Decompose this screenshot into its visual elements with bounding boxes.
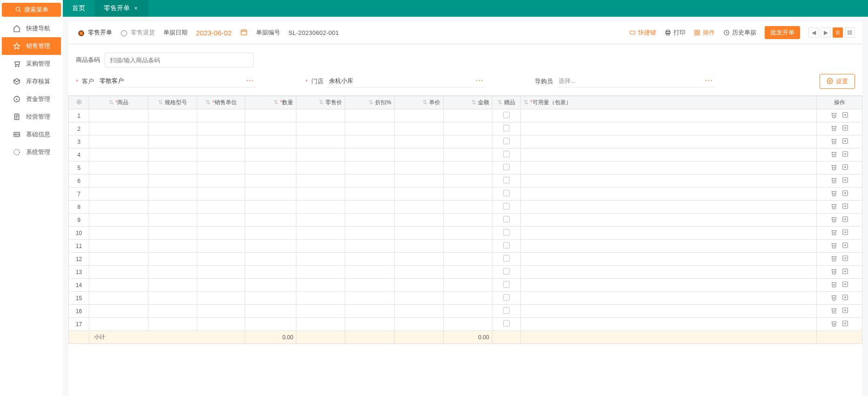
nav-item-3[interactable]: 库存核算 <box>2 73 61 90</box>
col-retail[interactable]: ⇅零售价 <box>296 96 345 109</box>
delete-icon[interactable] <box>831 165 837 172</box>
delete-icon[interactable] <box>831 322 837 328</box>
delete-icon[interactable] <box>831 191 837 198</box>
customer-more-icon[interactable]: ··· <box>246 77 254 84</box>
col-product[interactable]: ⇅*商品 <box>89 96 148 109</box>
nav-item-0[interactable]: 快捷导航 <box>2 20 61 37</box>
operate-action[interactable]: 操作 <box>694 28 715 37</box>
grid-view-button[interactable] <box>845 27 855 38</box>
add-row-icon[interactable] <box>842 230 848 237</box>
list-view-button[interactable] <box>833 27 843 38</box>
prev-button[interactable]: ◀ <box>808 27 819 38</box>
checkbox-icon[interactable] <box>503 320 510 327</box>
table-row[interactable]: 8 <box>69 201 862 214</box>
delete-icon[interactable] <box>831 139 837 146</box>
table-row[interactable]: 3 <box>69 135 862 148</box>
delete-icon[interactable] <box>831 178 837 185</box>
checkbox-icon[interactable] <box>503 190 510 196</box>
checkbox-icon[interactable] <box>503 138 510 144</box>
gift-cell[interactable] <box>492 109 520 122</box>
checkbox-icon[interactable] <box>503 203 510 209</box>
checkbox-icon[interactable] <box>503 242 510 248</box>
gift-cell[interactable] <box>492 266 520 279</box>
store-more-icon[interactable]: ··· <box>476 77 484 84</box>
delete-icon[interactable] <box>831 126 837 133</box>
barcode-input[interactable] <box>105 53 254 67</box>
gift-cell[interactable] <box>492 135 520 148</box>
add-row-icon[interactable] <box>842 113 848 120</box>
checkbox-icon[interactable] <box>503 229 510 235</box>
col-qty[interactable]: ⇅*数量 <box>245 96 296 109</box>
add-row-icon[interactable] <box>842 309 848 315</box>
table-row[interactable]: 12 <box>69 253 862 266</box>
nav-item-2[interactable]: 采购管理 <box>2 55 61 73</box>
table-row[interactable]: 17 <box>69 318 862 331</box>
add-row-icon[interactable] <box>842 243 848 250</box>
nav-item-7[interactable]: 系统管理 <box>2 143 61 161</box>
store-picker[interactable]: 余杭小库 <box>327 76 485 87</box>
gift-cell[interactable] <box>492 122 520 135</box>
col-avail[interactable]: ⇅*可用量（包装） <box>521 96 817 109</box>
col-amount[interactable]: ⇅金额 <box>443 96 492 109</box>
nav-item-1[interactable]: 销售管理 <box>2 37 61 55</box>
search-menu-button[interactable]: 搜索菜单 <box>2 3 61 17</box>
checkbox-icon[interactable] <box>503 268 510 275</box>
add-row-icon[interactable] <box>842 191 848 198</box>
checkbox-icon[interactable] <box>503 281 510 288</box>
col-spec[interactable]: ⇅规格型号 <box>148 96 197 109</box>
table-row[interactable]: 13 <box>69 266 862 279</box>
add-row-icon[interactable] <box>842 322 848 328</box>
table-row[interactable]: 4 <box>69 148 862 161</box>
customer-picker[interactable]: 零散客户 <box>98 76 256 87</box>
table-row[interactable]: 2 <box>69 122 862 135</box>
delete-icon[interactable] <box>831 204 837 211</box>
tab-0[interactable]: 首页 <box>63 0 94 17</box>
customer-field[interactable]: * 客户 零散客户 ··· <box>76 76 256 87</box>
next-button[interactable]: ▶ <box>821 27 831 38</box>
table-row[interactable]: 5 <box>69 161 862 175</box>
radio-retail-create[interactable]: 零售开单 <box>76 28 112 37</box>
gift-cell[interactable] <box>492 201 520 214</box>
bulk-order-button[interactable]: 批发开单 <box>765 26 800 39</box>
settings-button[interactable]: 设置 <box>820 74 855 89</box>
table-row[interactable]: 9 <box>69 214 862 227</box>
delete-icon[interactable] <box>831 309 837 315</box>
gift-cell[interactable] <box>492 148 520 161</box>
print-action[interactable]: 打印 <box>665 28 686 37</box>
gift-cell[interactable] <box>492 214 520 227</box>
checkbox-icon[interactable] <box>503 125 510 131</box>
history-action[interactable]: 历史单据 <box>723 28 756 37</box>
guide-field[interactable]: 导购员 选择... ··· <box>535 76 715 87</box>
table-row[interactable]: 10 <box>69 227 862 240</box>
add-row-icon[interactable] <box>842 217 848 224</box>
add-row-icon[interactable] <box>842 204 848 211</box>
checkbox-icon[interactable] <box>503 307 510 314</box>
nav-item-4[interactable]: ¥资金管理 <box>2 90 61 108</box>
col-gift[interactable]: ⇅赠品 <box>492 96 520 109</box>
table-row[interactable]: 14 <box>69 279 862 292</box>
add-row-icon[interactable] <box>842 139 848 146</box>
col-unit[interactable]: ⇅*销售单位 <box>197 96 245 109</box>
tab-1[interactable]: 零售开单× <box>94 0 148 17</box>
calendar-icon[interactable] <box>240 28 248 37</box>
table-row[interactable]: 15 <box>69 292 862 305</box>
delete-icon[interactable] <box>831 243 837 250</box>
col-discount[interactable]: ⇅折扣% <box>345 96 394 109</box>
tab-close-icon[interactable]: × <box>133 5 139 12</box>
delete-icon[interactable] <box>831 282 837 289</box>
gift-cell[interactable] <box>492 292 520 305</box>
add-row-icon[interactable] <box>842 256 848 263</box>
checkbox-icon[interactable] <box>503 177 510 183</box>
checkbox-icon[interactable] <box>503 112 510 118</box>
gift-cell[interactable] <box>492 253 520 266</box>
gift-cell[interactable] <box>492 305 520 318</box>
table-row[interactable]: 11 <box>69 240 862 253</box>
guide-picker[interactable]: 选择... <box>557 76 715 87</box>
delete-icon[interactable] <box>831 230 837 237</box>
gift-cell[interactable] <box>492 175 520 188</box>
gift-cell[interactable] <box>492 318 520 331</box>
doc-date-value[interactable]: 2023-06-02 <box>196 29 232 37</box>
gift-cell[interactable] <box>492 227 520 240</box>
add-row-icon[interactable] <box>842 126 848 133</box>
add-row-icon[interactable] <box>842 178 848 185</box>
